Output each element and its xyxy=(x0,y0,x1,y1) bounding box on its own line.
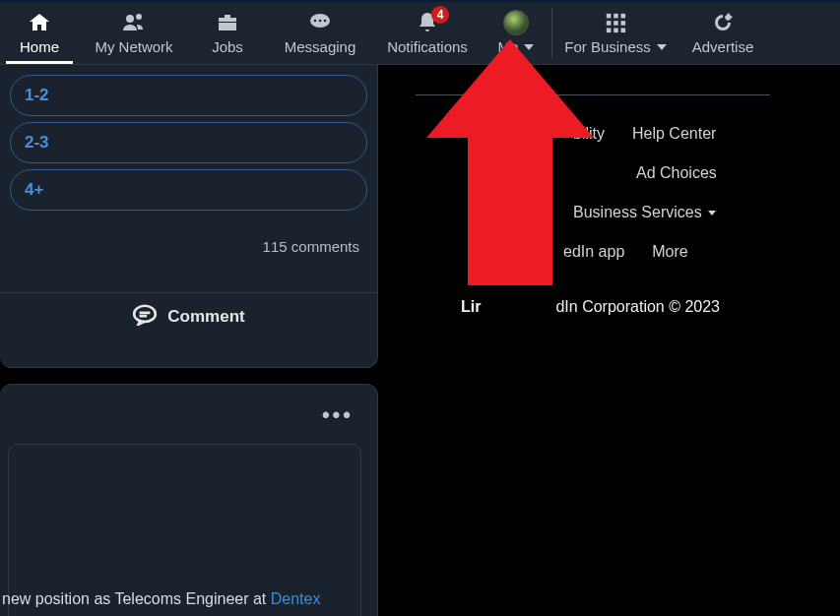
footer-block: bility Help Center Ad Choices Business S… xyxy=(386,65,840,616)
footer-divider xyxy=(416,94,770,95)
message-icon xyxy=(307,11,333,34)
svg-rect-6 xyxy=(607,14,612,19)
poll-option-2[interactable]: 2-3 xyxy=(10,122,367,163)
nav-network[interactable]: My Network xyxy=(79,2,189,64)
nav-business[interactable]: For Business xyxy=(552,2,678,64)
briefcase-icon xyxy=(216,11,239,34)
nav-me-label: Me xyxy=(498,38,535,55)
svg-rect-14 xyxy=(621,29,626,33)
footer-accessibility[interactable]: bility xyxy=(573,125,605,143)
grid-icon xyxy=(605,11,626,34)
nav-me[interactable]: Me xyxy=(481,2,551,64)
svg-point-4 xyxy=(319,20,322,23)
poll-option-1[interactable]: 1-2 xyxy=(10,75,367,116)
notif-badge: 4 xyxy=(431,6,449,24)
svg-rect-10 xyxy=(614,21,618,26)
nav-notifications-label: Notifications xyxy=(387,38,468,55)
svg-rect-8 xyxy=(621,14,626,19)
svg-point-3 xyxy=(314,20,317,23)
people-icon xyxy=(121,11,147,34)
chevron-down-icon xyxy=(708,211,716,216)
footer-business-services[interactable]: Business Services xyxy=(573,204,716,221)
avatar-icon xyxy=(503,11,529,34)
post-menu-button[interactable]: ••• xyxy=(322,402,354,428)
nav-jobs[interactable]: Jobs xyxy=(189,2,266,64)
nav-business-label: For Business xyxy=(564,38,667,55)
comment-icon xyxy=(132,304,158,331)
footer-more[interactable]: More xyxy=(652,243,687,261)
nav-home[interactable]: Home xyxy=(0,2,79,64)
chevron-down-icon xyxy=(524,44,534,50)
nav-messaging-label: Messaging xyxy=(285,38,356,55)
svg-rect-13 xyxy=(614,29,618,33)
svg-rect-7 xyxy=(614,14,618,19)
svg-rect-12 xyxy=(607,29,612,33)
footer-help-center[interactable]: Help Center xyxy=(632,125,716,143)
footer-app[interactable]: edIn app xyxy=(563,243,624,261)
home-icon xyxy=(27,11,52,34)
poll-card: 1-2 2-3 4+ 115 comments Comment xyxy=(0,65,378,368)
footer-copyright: LirdIn Corporation © 2023 xyxy=(461,298,840,316)
post-text: new position as Telecoms Engineer at Den… xyxy=(2,590,367,608)
svg-rect-9 xyxy=(607,21,612,26)
footer-ad-choices[interactable]: Ad Choices xyxy=(636,164,717,182)
comments-count[interactable]: 115 comments xyxy=(0,220,377,263)
poll-option-3[interactable]: 4+ xyxy=(10,169,367,211)
comment-button[interactable]: Comment xyxy=(0,293,377,340)
nav-advertise[interactable]: Advertise xyxy=(678,2,767,64)
nav-home-label: Home xyxy=(20,38,59,55)
target-icon xyxy=(711,11,735,34)
post-company-link[interactable]: Dentex xyxy=(271,590,321,607)
nav-messaging[interactable]: Messaging xyxy=(266,2,374,64)
nav-network-label: My Network xyxy=(95,38,172,55)
feed-column: 1-2 2-3 4+ 115 comments Comment ••• new … xyxy=(0,65,386,616)
svg-point-1 xyxy=(136,14,142,20)
nav-advertise-label: Advertise xyxy=(692,38,754,55)
chevron-down-icon xyxy=(657,44,667,50)
comment-label: Comment xyxy=(167,307,244,327)
nav-jobs-label: Jobs xyxy=(212,38,243,55)
svg-rect-11 xyxy=(621,21,626,26)
svg-point-0 xyxy=(126,15,134,23)
post-card: ••• new position as Telecoms Engineer at… xyxy=(0,384,378,616)
top-nav: Home My Network Jobs Messaging 4 Notific… xyxy=(0,0,840,65)
svg-point-5 xyxy=(324,20,327,23)
nav-notifications[interactable]: 4 Notifications xyxy=(374,2,481,64)
